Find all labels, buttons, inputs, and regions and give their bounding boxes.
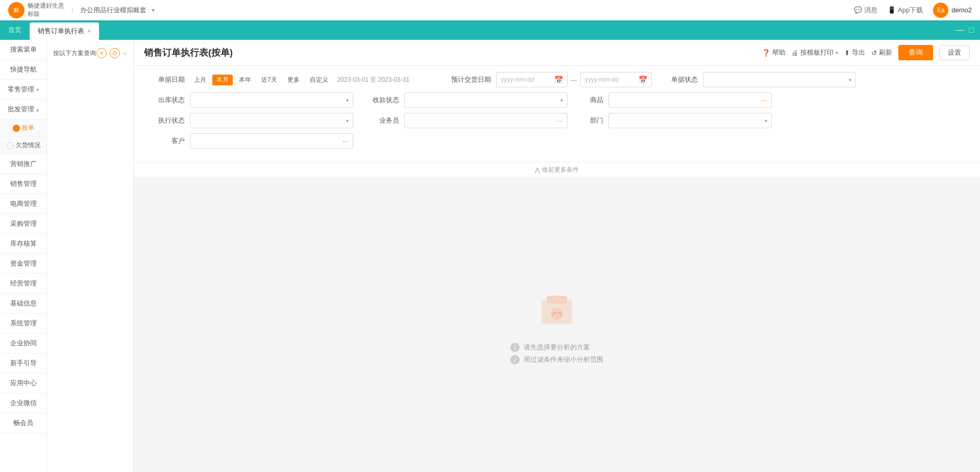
sidebar-item-search[interactable]: 搜索菜单 [0, 40, 46, 60]
tab-active[interactable]: 销售订单执行表 × [30, 22, 99, 40]
export-icon: ⬆ [844, 49, 850, 57]
date-tab-more[interactable]: 更多 [283, 75, 304, 85]
goods-more-icon[interactable]: ··· [761, 96, 767, 104]
sidebar-item-inventory[interactable]: 库存核算 [0, 234, 46, 254]
sidebar-item-marketing[interactable]: 营销推广 [0, 154, 46, 174]
collection-control: ▾ [404, 92, 568, 108]
filter-area: 单据日期 上月 本月 本年 近7天 更多 自定义 20 [134, 66, 980, 160]
status-label: 单据状态 [657, 75, 698, 84]
sidebar-sub-item-debt[interactable]: · 欠货情况 [0, 137, 46, 154]
header-right: 💬 消息 📱 App下载 Ea demo2 [854, 3, 972, 18]
empty-hint-1: 1 请先选择要分析的方案 [510, 343, 603, 352]
export-button[interactable]: ⬆ 导出 [844, 48, 865, 57]
sidebar-item-finance[interactable]: 资金管理 [0, 254, 46, 274]
salesperson-control: ··· [404, 113, 568, 128]
date-tab-last-month[interactable]: 上月 [190, 75, 210, 85]
execution-select-arrow: ▾ [346, 118, 349, 124]
page-title: 销售订单执行表(按单) [144, 46, 233, 59]
window-maximize-icon[interactable]: □ [969, 26, 974, 35]
sidebar-item-enterprise[interactable]: 企业协同 [0, 334, 46, 353]
sidebar-item-shortcut[interactable]: 快捷导航 [0, 60, 46, 80]
collection-select[interactable]: ▾ [404, 92, 568, 108]
status-control: ▾ [703, 72, 856, 87]
outbound-select-arrow: ▾ [346, 98, 349, 103]
add-scheme-button[interactable]: + [96, 48, 107, 58]
print-button[interactable]: 🖨 按模板打印 ▾ [792, 48, 838, 57]
empty-icon [531, 286, 582, 337]
sidebar-item-newbie[interactable]: 新手引导 [0, 353, 46, 373]
execution-select[interactable]: ▾ [190, 113, 353, 128]
print-icon: 🖨 [792, 49, 798, 57]
header-left: 好 畅捷通好生意 标版 | 办公用品行业模拟账套 ▾ [8, 2, 155, 18]
window-minimize-icon[interactable]: — [955, 26, 964, 35]
outbound-select[interactable]: ▾ [190, 92, 353, 108]
hint-num-2: 2 [510, 355, 520, 364]
sidebar-item-sales[interactable]: 销售管理 [0, 174, 46, 194]
collapse-arrow-icon: ⋀ [535, 167, 540, 174]
collection-label: 收款状态 [358, 96, 399, 105]
tab-home[interactable]: 首页 [0, 20, 30, 40]
sidebar-item-system[interactable]: 系统管理 [0, 314, 46, 334]
goods-select[interactable]: ··· [608, 92, 772, 108]
breadcrumb-separator: | [71, 6, 73, 14]
main-content: 销售订单执行表(按单) ❓ 帮助 🖨 按模板打印 ▾ [134, 40, 980, 472]
salesperson-label: 业务员 [358, 116, 399, 125]
message-icon: 💬 [854, 6, 862, 14]
sidebar-item-retail[interactable]: 零售管理 ▾ [0, 80, 46, 100]
search-button[interactable]: 查询 [898, 45, 933, 60]
forecast-date-range: yyyy-mm-dd 📅 — yyyy-mm-dd 📅 [496, 72, 652, 87]
sidebar-item-ecommerce[interactable]: 电商管理 [0, 194, 46, 214]
date-tab-custom[interactable]: 自定义 [306, 75, 332, 85]
breadcrumb[interactable]: 办公用品行业模拟账套 [80, 6, 146, 15]
customer-label: 客户 [144, 136, 185, 146]
filter-row-4: 客户 ··· [144, 133, 970, 149]
logo-icon: 好 [8, 2, 24, 18]
logo-text: 畅捷通好生意 标版 [28, 2, 64, 18]
sidebar-sub-item-press[interactable]: · 按单 [0, 120, 46, 137]
sidebar-item-operations[interactable]: 经营管理 [0, 274, 46, 294]
app-download-button[interactable]: 📱 App下载 [888, 6, 923, 15]
settings-scheme-button[interactable]: ⊙ [110, 48, 120, 58]
sidebar-item-basic[interactable]: 基础信息 [0, 294, 46, 314]
customer-more-icon[interactable]: ··· [342, 137, 349, 145]
date-tab-7days[interactable]: 近7天 [257, 75, 281, 85]
date-tab-this-year[interactable]: 本年 [235, 75, 255, 85]
breadcrumb-arrow[interactable]: ▾ [152, 7, 155, 14]
print-arrow-icon: ▾ [836, 50, 838, 56]
help-button[interactable]: ❓ 帮助 [762, 48, 786, 57]
empty-state: 1 请先选择要分析的方案 2 用过滤条件来缩小分析范围 [134, 177, 980, 472]
wholesale-arrow-icon: ▴ [36, 107, 39, 112]
sidebar-sub-items: · 按单 · 欠货情况 [0, 120, 46, 154]
download-icon: 📱 [888, 6, 896, 14]
collapse-more-button[interactable]: ⋀ 收起更多条件 [134, 162, 980, 177]
customer-control: ··· [190, 133, 353, 149]
sidebar-item-wechat[interactable]: 企业微信 [0, 393, 46, 413]
status-select[interactable]: ▾ [703, 72, 856, 87]
sidebar-item-wholesale[interactable]: 批发管理 ▴ [0, 100, 46, 120]
filter-row-1: 单据日期 上月 本月 本年 近7天 更多 自定义 20 [144, 72, 970, 87]
collapse-panel-icon[interactable]: « [123, 49, 127, 57]
salesperson-more-icon[interactable]: ··· [557, 116, 563, 125]
press-active-dot: · [13, 125, 20, 132]
message-button[interactable]: 💬 消息 [854, 6, 877, 15]
date-tabs: 上月 本月 本年 近7天 更多 自定义 [190, 75, 332, 85]
tab-close-icon[interactable]: × [87, 28, 91, 35]
dept-control: ▾ [608, 113, 772, 128]
salesperson-select[interactable]: ··· [404, 113, 568, 128]
content-area: 按以下方案查询 + ⊙ « [47, 40, 980, 472]
tab-bar-actions: — □ [955, 26, 980, 35]
refresh-button[interactable]: ↺ 刷新 [871, 48, 892, 57]
forecast-date-from[interactable]: yyyy-mm-dd 📅 [496, 72, 568, 87]
settings-button[interactable]: 设置 [939, 45, 970, 60]
inner-layout: 按以下方案查询 + ⊙ « [47, 40, 980, 472]
svg-point-3 [553, 312, 555, 314]
date-tab-this-month[interactable]: 本月 [212, 75, 233, 85]
goods-control: ··· [608, 92, 772, 108]
forecast-date-to[interactable]: yyyy-mm-dd 📅 [580, 72, 652, 87]
sidebar-item-member[interactable]: 畅会员 [0, 413, 46, 433]
user-area[interactable]: Ea demo2 [933, 3, 972, 18]
dept-select[interactable]: ▾ [608, 113, 772, 128]
sidebar-item-purchase[interactable]: 采购管理 [0, 214, 46, 234]
sidebar-item-app-center[interactable]: 应用中心 [0, 373, 46, 393]
customer-select[interactable]: ··· [190, 133, 353, 149]
